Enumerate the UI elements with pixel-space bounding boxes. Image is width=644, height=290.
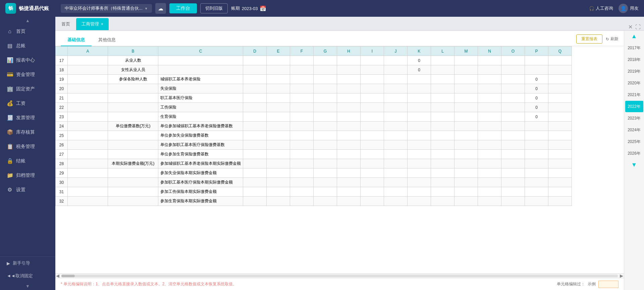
user-area[interactable]: 👤 用友 bbox=[619, 4, 639, 13]
cell-c[interactable] bbox=[158, 65, 243, 75]
cell-m[interactable] bbox=[454, 131, 478, 140]
cell-h[interactable] bbox=[337, 159, 361, 168]
col-header-G[interactable]: G bbox=[314, 47, 337, 56]
sidebar-scroll-up[interactable]: ▲ bbox=[0, 17, 55, 24]
cell-a[interactable] bbox=[68, 84, 108, 93]
cell-m[interactable] bbox=[454, 93, 478, 103]
cell-n[interactable] bbox=[478, 93, 501, 103]
cell-i[interactable] bbox=[361, 168, 384, 178]
cell-n[interactable] bbox=[478, 197, 501, 206]
old-version-button[interactable]: 切到旧版 bbox=[200, 3, 228, 13]
refresh-button[interactable]: ↻ 刷新 bbox=[606, 36, 619, 42]
sidebar-item-tax[interactable]: 📋 税务管理 bbox=[0, 139, 55, 154]
cell-e[interactable] bbox=[267, 75, 290, 84]
cell-a[interactable] bbox=[68, 168, 108, 178]
cell-d[interactable] bbox=[243, 75, 267, 84]
cell-h[interactable] bbox=[337, 75, 361, 84]
year-item[interactable]: 2020年 bbox=[625, 77, 643, 89]
cell-a[interactable] bbox=[68, 112, 108, 122]
cell-f[interactable] bbox=[290, 150, 314, 159]
cell-q[interactable] bbox=[548, 197, 572, 206]
col-header-L[interactable]: L bbox=[431, 47, 454, 56]
cell-f[interactable] bbox=[290, 187, 314, 197]
workbench-button[interactable]: 工作台 bbox=[169, 3, 197, 13]
cell-d[interactable] bbox=[243, 122, 267, 131]
company-selector[interactable]: 中审众环会计师事务所（特殊普通合伙... ▼ bbox=[61, 4, 152, 13]
cell-g[interactable] bbox=[314, 75, 337, 84]
cell-m[interactable] bbox=[454, 103, 478, 112]
cell-p[interactable] bbox=[525, 178, 548, 187]
cell-c[interactable]: 城镇职工基本养老保险 bbox=[158, 75, 243, 84]
cell-k[interactable] bbox=[408, 178, 431, 187]
cell-a[interactable] bbox=[68, 150, 108, 159]
cell-p[interactable] bbox=[525, 197, 548, 206]
cell-g[interactable] bbox=[314, 84, 337, 93]
cell-e[interactable] bbox=[267, 140, 290, 150]
cell-c[interactable]: 参加职工基本医疗保险本期实际缴费金额 bbox=[158, 178, 243, 187]
cell-h[interactable] bbox=[337, 131, 361, 140]
maximize-window-button[interactable]: ⛶ bbox=[635, 24, 641, 30]
sidebar-item-assets[interactable]: 🏢 固定资产 bbox=[0, 82, 55, 96]
cell-f[interactable] bbox=[290, 75, 314, 84]
cell-h[interactable] bbox=[337, 187, 361, 197]
cell-n[interactable] bbox=[478, 150, 501, 159]
cloud-icon[interactable]: ☁ bbox=[155, 3, 166, 14]
cell-o[interactable] bbox=[501, 103, 525, 112]
cell-p[interactable]: 0 bbox=[525, 112, 548, 122]
cell-b[interactable] bbox=[108, 103, 158, 112]
cell-p[interactable]: 0 bbox=[525, 84, 548, 93]
h-scroll-left[interactable]: ◀ bbox=[55, 273, 60, 278]
cell-b[interactable] bbox=[108, 84, 158, 93]
cell-h[interactable] bbox=[337, 150, 361, 159]
cell-i[interactable] bbox=[361, 84, 384, 93]
cell-a[interactable] bbox=[68, 197, 108, 206]
cell-n[interactable] bbox=[478, 140, 501, 150]
col-header-N[interactable]: N bbox=[478, 47, 501, 56]
cell-e[interactable] bbox=[267, 197, 290, 206]
cell-p[interactable]: 0 bbox=[525, 93, 548, 103]
cell-h[interactable] bbox=[337, 112, 361, 122]
right-panel-scroll-up[interactable]: ▲ bbox=[624, 31, 644, 42]
col-header-D[interactable]: D bbox=[243, 47, 267, 56]
cell-g[interactable] bbox=[314, 131, 337, 140]
cell-m[interactable] bbox=[454, 122, 478, 131]
cell-n[interactable] bbox=[478, 65, 501, 75]
tab-home[interactable]: 首页 bbox=[56, 18, 75, 30]
cell-c[interactable]: 单位参加职工基本医疗保险缴费基数 bbox=[158, 140, 243, 150]
new-user-guide-button[interactable]: ▶ 新手引导 bbox=[0, 257, 55, 270]
cell-j[interactable] bbox=[384, 168, 408, 178]
cell-j[interactable] bbox=[384, 122, 408, 131]
cell-k[interactable] bbox=[408, 150, 431, 159]
cell-n[interactable] bbox=[478, 168, 501, 178]
cell-i[interactable] bbox=[361, 65, 384, 75]
cell-e[interactable] bbox=[267, 159, 290, 168]
cell-g[interactable] bbox=[314, 197, 337, 206]
sub-tab-basic[interactable]: 基础信息 bbox=[61, 34, 92, 46]
cell-f[interactable] bbox=[290, 112, 314, 122]
cell-b[interactable] bbox=[108, 140, 158, 150]
cell-c[interactable]: 参加城镇职工基本养老保险本期实际缴费金额 bbox=[158, 159, 243, 168]
cell-k[interactable] bbox=[408, 159, 431, 168]
col-header-F[interactable]: F bbox=[290, 47, 314, 56]
col-header-E[interactable]: E bbox=[267, 47, 290, 56]
cell-k[interactable] bbox=[408, 131, 431, 140]
cell-a[interactable] bbox=[68, 131, 108, 140]
cell-q[interactable] bbox=[548, 122, 572, 131]
cell-p[interactable] bbox=[525, 159, 548, 168]
cell-m[interactable] bbox=[454, 112, 478, 122]
tab-bizmanage[interactable]: 工商管理 × bbox=[76, 18, 109, 30]
cell-h[interactable] bbox=[337, 103, 361, 112]
cell-o[interactable] bbox=[501, 84, 525, 93]
cell-f[interactable] bbox=[290, 56, 314, 65]
cell-i[interactable] bbox=[361, 140, 384, 150]
year-item[interactable]: 2022年 bbox=[625, 101, 643, 112]
cell-c[interactable]: 单位参加失业保险缴费基数 bbox=[158, 131, 243, 140]
sidebar-item-archive[interactable]: 📁 归档管理 bbox=[0, 168, 55, 183]
col-header-Q[interactable]: Q bbox=[548, 47, 572, 56]
cell-l[interactable] bbox=[431, 122, 454, 131]
sidebar-item-close[interactable]: 🔒 结账 bbox=[0, 154, 55, 168]
cell-e[interactable] bbox=[267, 131, 290, 140]
cell-g[interactable] bbox=[314, 112, 337, 122]
cell-j[interactable] bbox=[384, 140, 408, 150]
cell-b[interactable]: 女性从业人员 bbox=[108, 65, 158, 75]
